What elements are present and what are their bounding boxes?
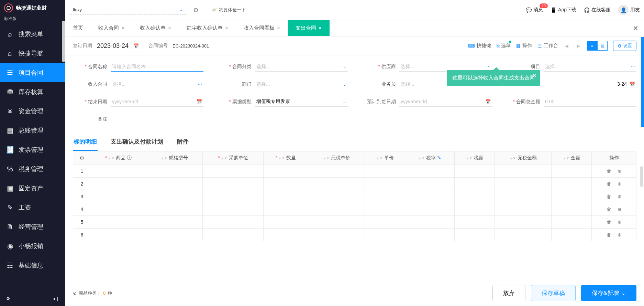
- collapse-icon[interactable]: ◂❙: [53, 296, 59, 301]
- shortcut-link[interactable]: ⌨快捷键: [468, 43, 491, 49]
- settings-button[interactable]: ⚙设置: [613, 41, 636, 51]
- delete-row-icon[interactable]: 🗑: [607, 181, 611, 187]
- th-unit[interactable]: ▲▼采购单位: [202, 151, 263, 165]
- view-list[interactable]: ≡: [587, 41, 597, 51]
- save-draft-button[interactable]: 保存草稿: [531, 285, 576, 301]
- add-row-icon[interactable]: ⊕: [618, 194, 622, 199]
- tab-income-contract[interactable]: 收入合同✕: [91, 20, 132, 36]
- edit-icon[interactable]: ✎: [437, 155, 441, 160]
- sidebar-item-fund[interactable]: ¥资金管理: [0, 102, 65, 121]
- dtab-payment-plan[interactable]: 支出确认及付款计划: [110, 134, 164, 151]
- tab-income-board[interactable]: 收入合同看板✕: [236, 20, 288, 36]
- th-price-notax[interactable]: ▲▼无税单价: [308, 151, 365, 165]
- view-card[interactable]: ▤: [597, 41, 608, 51]
- category-select[interactable]: [255, 62, 341, 71]
- tab-home[interactable]: 首页: [65, 20, 91, 36]
- remark-input[interactable]: [111, 114, 203, 124]
- save-and-new-button[interactable]: 保存&新增⌄: [581, 285, 636, 301]
- income-contract-select[interactable]: [111, 79, 196, 89]
- calendar-icon[interactable]: 📅: [195, 99, 203, 104]
- operate-link[interactable]: ▦操作: [516, 43, 532, 49]
- start-date-input[interactable]: [544, 79, 628, 89]
- sidebar-scrollbar[interactable]: [62, 21, 65, 62]
- more-icon[interactable]: ⋯: [629, 64, 636, 69]
- sidebar-item-operation[interactable]: 🗎经营管理: [0, 217, 65, 236]
- close-icon[interactable]: ✕: [277, 25, 280, 31]
- delete-row-icon[interactable]: 🗑: [607, 219, 611, 225]
- page-scrollbar[interactable]: [641, 37, 644, 127]
- table-row[interactable]: 2🗑⊕: [73, 178, 636, 190]
- table-row[interactable]: 3🗑⊕: [73, 190, 636, 203]
- chevron-down-icon[interactable]: ⌄: [341, 64, 348, 69]
- user-menu[interactable]: 👤 用友: [618, 5, 640, 15]
- th-product[interactable]: ▲▼商品 ⓘ: [91, 151, 146, 165]
- sidebar-item-quicknav[interactable]: ⌂快捷导航: [0, 44, 65, 63]
- tab-red-confirm[interactable]: 红字收入确认单✕: [179, 20, 236, 36]
- close-icon[interactable]: ✕: [121, 25, 125, 31]
- sidebar-item-project-contract[interactable]: ☰项目合同: [0, 63, 65, 82]
- total-input[interactable]: [544, 97, 636, 106]
- th-gear[interactable]: ⚙: [73, 151, 91, 165]
- th-tax[interactable]: ▲▼税额: [455, 151, 495, 165]
- prev-button[interactable]: ◀: [564, 42, 570, 50]
- close-icon[interactable]: ✕: [168, 25, 171, 31]
- close-all-tabs[interactable]: ✕: [627, 24, 644, 32]
- dtab-attachment[interactable]: 附件: [176, 134, 189, 151]
- project-select[interactable]: [544, 62, 629, 71]
- dtab-items[interactable]: 标的明细: [73, 134, 98, 151]
- tab-expense-contract[interactable]: 支出合同✕: [288, 20, 330, 36]
- topbar-gear-icon[interactable]: ⚙: [193, 6, 199, 14]
- end-date-input[interactable]: [111, 97, 195, 106]
- th-amount-notax[interactable]: ▲▼无税金额: [495, 151, 552, 165]
- calendar-icon[interactable]: 📅: [628, 82, 636, 87]
- messages-button[interactable]: 💬 消息 29: [526, 7, 543, 13]
- workbench-link[interactable]: ☰工作台: [537, 43, 558, 49]
- chevron-down-icon[interactable]: ⌄: [341, 99, 348, 104]
- add-row-icon[interactable]: ⊕: [618, 207, 622, 212]
- delete-row-icon[interactable]: 🗑: [607, 194, 611, 199]
- more-icon[interactable]: ⋯: [485, 64, 492, 69]
- tab-income-confirm[interactable]: 收入确认单✕: [132, 20, 179, 36]
- app-download-button[interactable]: 📱 App下载: [551, 7, 576, 13]
- sidebar-item-tax[interactable]: %税务管理: [0, 159, 65, 179]
- chevron-down-icon[interactable]: ⌄: [341, 82, 348, 87]
- sidebar-item-invoice[interactable]: 🧾发票管理: [0, 140, 65, 159]
- next-button[interactable]: ▶: [575, 42, 581, 50]
- gear-icon[interactable]: ⚙: [6, 296, 10, 301]
- tooltip-close-icon[interactable]: ✕: [532, 73, 537, 79]
- add-row-icon[interactable]: ⊕: [618, 232, 622, 238]
- delete-row-icon[interactable]: 🗑: [607, 168, 611, 174]
- th-taxrate[interactable]: ▲▼税率 ✎: [405, 151, 454, 165]
- add-row-icon[interactable]: ⊕: [618, 168, 622, 174]
- table-row[interactable]: 4🗑⊕: [73, 203, 636, 216]
- dept-select[interactable]: [255, 79, 341, 89]
- table-row[interactable]: 1🗑⊕: [73, 165, 636, 178]
- try-experience-button[interactable]: 🪐 我要体验一下: [211, 7, 246, 13]
- sidebar-item-ledger[interactable]: ▤总账管理: [0, 121, 65, 140]
- table-scrollbar[interactable]: [640, 166, 643, 187]
- select-bill-link[interactable]: ⎘选单: [497, 43, 511, 49]
- help-icon[interactable]: ⓘ: [127, 155, 132, 160]
- expect-date-input[interactable]: [399, 97, 484, 106]
- close-icon[interactable]: ✕: [318, 25, 322, 31]
- discard-button[interactable]: 放弃: [492, 285, 525, 301]
- online-service-button[interactable]: 🎧 在线客服: [584, 7, 611, 13]
- sidebar-item-reimburse[interactable]: ◉小畅报销: [0, 236, 65, 256]
- close-icon[interactable]: ✕: [225, 25, 229, 31]
- sidebar-item-basic[interactable]: ☷基础信息: [0, 256, 65, 275]
- th-spec[interactable]: ▲▼规格型号: [146, 151, 203, 165]
- sidebar-item-search[interactable]: ⌕搜索菜单: [0, 24, 65, 44]
- contract-name-input[interactable]: [111, 62, 203, 71]
- sidebar-item-asset[interactable]: ▣固定资产: [0, 179, 65, 198]
- account-selector[interactable]: liuxy ⌄: [69, 5, 186, 15]
- more-icon[interactable]: ⋯: [196, 82, 203, 87]
- sidebar-item-inventory[interactable]: ⛃库存核算: [0, 82, 65, 102]
- th-amount[interactable]: ▲▼金额: [551, 151, 591, 165]
- sidebar-item-salary[interactable]: ✎工资: [0, 198, 65, 217]
- table-row[interactable]: 6🗑⊕: [73, 229, 636, 241]
- add-row-icon[interactable]: ⊕: [618, 219, 622, 225]
- delete-row-icon[interactable]: 🗑: [607, 232, 611, 238]
- add-row-icon[interactable]: ⊕: [618, 181, 622, 187]
- th-qty[interactable]: ▲▼数量: [264, 151, 308, 165]
- calendar-icon[interactable]: 📅: [133, 43, 139, 49]
